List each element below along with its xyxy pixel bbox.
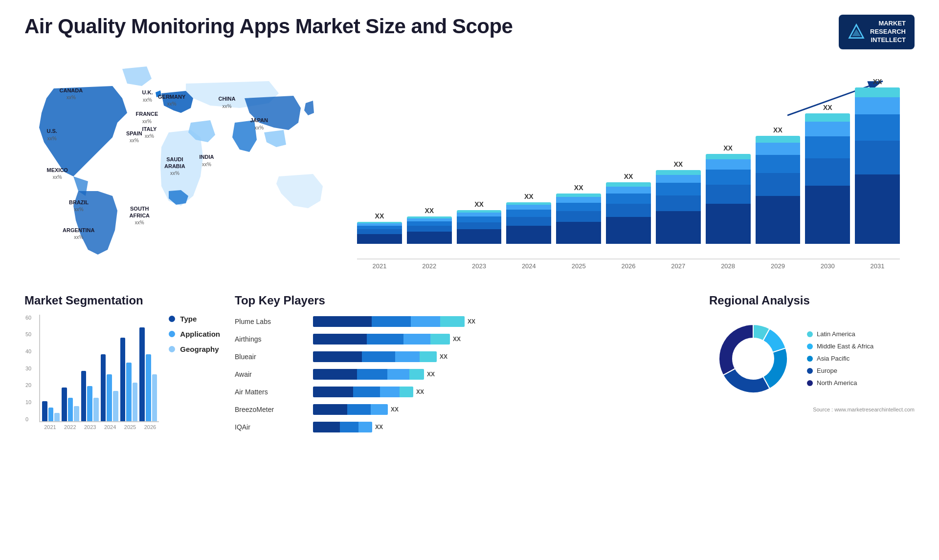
bar-segment-3 bbox=[706, 159, 751, 170]
players-section: Top Key Players Plume LabsAirthingsBluea… bbox=[235, 294, 694, 440]
bar-segment-2 bbox=[457, 216, 502, 222]
bar-segment-0 bbox=[506, 226, 551, 244]
label-japan: JAPANxx% bbox=[250, 117, 268, 131]
player-name: IQAir bbox=[235, 420, 298, 434]
player-name: Awair bbox=[235, 367, 298, 381]
regional-inner: Latin AmericaMiddle East & AfricaAsia Pa… bbox=[709, 315, 915, 403]
seg-legend-item: Type bbox=[169, 315, 220, 323]
seg-bar-0-1 bbox=[48, 408, 54, 421]
bottom-row: Market Segmentation 0102030405060 202120… bbox=[24, 294, 915, 440]
bar-segment-2 bbox=[656, 183, 701, 195]
bar-stack bbox=[457, 210, 502, 244]
bar-segment-1 bbox=[805, 158, 850, 186]
reg-legend-dot bbox=[807, 368, 813, 374]
bar-segment-2 bbox=[855, 114, 900, 141]
seg-bar-4-2 bbox=[133, 383, 138, 421]
bar-segment-4 bbox=[706, 154, 751, 160]
bar-stack bbox=[656, 170, 701, 244]
bar-segment-3 bbox=[506, 205, 551, 210]
bar-segment-0 bbox=[556, 222, 601, 244]
bar-segment-3 bbox=[606, 187, 651, 194]
bar-stack bbox=[756, 136, 801, 244]
x-label-2029: 2029 bbox=[756, 262, 801, 270]
player-bar-row: XX bbox=[313, 403, 694, 416]
player-bar-value: XX bbox=[427, 371, 435, 378]
bar-group-2026: XX bbox=[606, 172, 651, 243]
bar-segment-2 bbox=[756, 155, 801, 173]
label-brazil: BRAZILxx% bbox=[69, 199, 89, 213]
players-title: Top Key Players bbox=[235, 294, 694, 307]
bars-wrapper: XXXXXXXXXXXXXXXXXXXXXX bbox=[357, 74, 900, 259]
x-label-2028: 2028 bbox=[706, 262, 751, 270]
bar-segment-4 bbox=[805, 113, 850, 122]
player-name: Plume Labs bbox=[235, 315, 298, 328]
bar-group-2024: XX bbox=[506, 193, 551, 244]
players-names: Plume LabsAirthingsBlueairAwairAir Matte… bbox=[235, 315, 298, 434]
header: Air Quality Monitoring Apps Market Size … bbox=[24, 15, 915, 49]
bar-top-label: XX bbox=[624, 172, 633, 180]
map-container: CANADAxx% U.S.xx% MEXICOxx% BRAZILxx% AR… bbox=[24, 59, 342, 274]
player-bar-value: XX bbox=[468, 318, 475, 325]
seg-group-1 bbox=[62, 319, 79, 421]
player-bar-value: XX bbox=[391, 406, 399, 413]
bar-segment-1 bbox=[506, 217, 551, 226]
bar-segment-3 bbox=[805, 122, 850, 136]
bar-stack bbox=[805, 113, 850, 244]
bars-inner: XXXXXXXXXXXXXXXXXXXXXX bbox=[357, 74, 900, 244]
source-text: Source : www.marketresearchintellect.com bbox=[709, 407, 915, 412]
player-name: Air Matters bbox=[235, 385, 298, 399]
bar-segment-1 bbox=[457, 222, 502, 230]
segmentation-section: Market Segmentation 0102030405060 202120… bbox=[24, 294, 220, 440]
player-bar bbox=[313, 387, 413, 397]
bar-stack bbox=[606, 182, 651, 243]
bar-segment-0 bbox=[457, 229, 502, 243]
seg-chart-relative: 0102030405060 202120222023202420252026 bbox=[39, 315, 159, 430]
bar-segment-0 bbox=[805, 186, 850, 243]
bar-group-2031: XX bbox=[855, 78, 900, 244]
seg-bars-container bbox=[39, 315, 159, 422]
players-bars: XXXXXXXXXXXXXX bbox=[313, 315, 694, 434]
player-bar bbox=[313, 369, 424, 380]
bar-segment-4 bbox=[756, 136, 801, 143]
seg-bar-1-0 bbox=[62, 388, 67, 421]
seg-legend: TypeApplicationGeography bbox=[169, 315, 220, 353]
x-label-2023: 2023 bbox=[457, 262, 502, 270]
bar-segment-2 bbox=[606, 194, 651, 204]
bar-stack bbox=[706, 154, 751, 244]
seg-group-5 bbox=[139, 319, 157, 421]
seg-bar-4-1 bbox=[126, 363, 132, 421]
bar-segment-0 bbox=[756, 196, 801, 244]
bar-group-2021: XX bbox=[357, 212, 402, 244]
label-mexico: MEXICOxx% bbox=[47, 167, 68, 181]
x-label-2024: 2024 bbox=[506, 262, 551, 270]
donut-container bbox=[709, 315, 797, 403]
logo-text: MARKET RESEARCH INTELLECT bbox=[870, 20, 906, 44]
seg-bar-2-1 bbox=[87, 386, 92, 421]
player-bar-row: XX bbox=[313, 332, 694, 346]
seg-bar-1-1 bbox=[68, 398, 73, 421]
legend-dot bbox=[169, 346, 175, 352]
seg-bar-1-2 bbox=[74, 406, 79, 421]
label-us: U.S.xx% bbox=[47, 128, 57, 142]
reg-legend-item: Latin America bbox=[807, 330, 873, 338]
bar-group-2027: XX bbox=[656, 160, 701, 244]
seg-bar-2-0 bbox=[81, 371, 87, 421]
page: Air Quality Monitoring Apps Market Size … bbox=[0, 0, 939, 560]
x-label-2027: 2027 bbox=[656, 262, 701, 270]
label-south-africa: SOUTHAFRICAxx% bbox=[130, 205, 150, 226]
seg-bar-0-2 bbox=[54, 413, 60, 421]
seg-bar-0-0 bbox=[42, 401, 47, 421]
donut-svg bbox=[709, 315, 797, 403]
seg-bar-3-0 bbox=[101, 354, 106, 421]
seg-group-4 bbox=[120, 319, 138, 421]
bar-segment-3 bbox=[855, 97, 900, 114]
bar-segment-2 bbox=[805, 136, 850, 158]
seg-bar-5-1 bbox=[146, 354, 151, 421]
logo: MARKET RESEARCH INTELLECT bbox=[839, 15, 915, 49]
bar-top-label: XX bbox=[425, 207, 434, 215]
label-italy: ITALYxx% bbox=[142, 126, 157, 140]
map-section: CANADAxx% U.S.xx% MEXICOxx% BRAZILxx% AR… bbox=[24, 59, 342, 284]
players-grid: Plume LabsAirthingsBlueairAwairAir Matte… bbox=[235, 315, 694, 434]
bar-segment-3 bbox=[556, 197, 601, 203]
bar-segment-3 bbox=[457, 213, 502, 216]
